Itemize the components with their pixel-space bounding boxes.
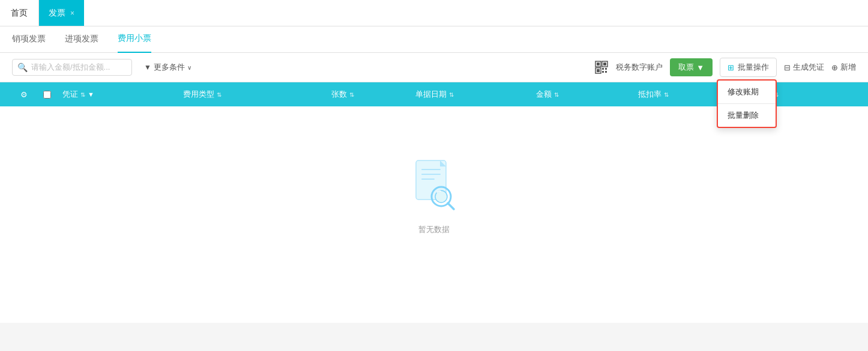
th-date[interactable]: 单据日期 ⇅ <box>411 89 531 100</box>
dropdown-item-batch-delete[interactable]: 批量删除 <box>718 104 776 127</box>
search-box[interactable]: 🔍 请输入金额/抵扣金额... <box>12 59 132 76</box>
add-button[interactable]: ⊕ 新增 <box>831 62 856 73</box>
sub-nav-item-sales-invoice[interactable]: 销项发票 <box>12 26 46 53</box>
svg-rect-5 <box>597 69 600 72</box>
home-label: 首页 <box>11 8 28 19</box>
sort-icon-deduct-rate: ⇅ <box>664 91 669 98</box>
toolbar-right: 税务数字账户 取票 ▼ ⊞ 批量操作 修改账期 批量删除 <box>594 58 856 77</box>
generate-voucher-icon: ⊟ <box>784 63 791 72</box>
dropdown-item-change-period[interactable]: 修改账期 <box>718 81 776 103</box>
chevron-down-icon: ∨ <box>187 64 191 71</box>
sort-icon-date: ⇅ <box>449 91 454 98</box>
svg-rect-7 <box>605 68 607 70</box>
sub-nav: 销项发票 进项发票 费用小票 <box>0 26 868 53</box>
search-icon: 🔍 <box>17 63 28 72</box>
batch-op-button[interactable]: ⊞ 批量操作 <box>720 58 777 77</box>
search-placeholder: 请输入金额/抵扣金额... <box>31 62 110 73</box>
svg-rect-9 <box>605 71 607 73</box>
get-ticket-label: 取票 <box>678 62 694 73</box>
empty-state: 暂无数据 <box>0 106 868 259</box>
svg-line-16 <box>448 203 454 209</box>
chevron-down-icon: ▼ <box>696 63 704 72</box>
generate-voucher-label: 生成凭证 <box>793 62 824 73</box>
sort-icon-count: ⇅ <box>349 91 354 98</box>
filter-button[interactable]: ▼ 更多条件 ∨ <box>139 60 196 75</box>
toolbar: 🔍 请输入金额/抵扣金额... ▼ 更多条件 ∨ <box>0 53 868 82</box>
qr-icon <box>594 60 609 75</box>
top-nav: 首页 发票 × <box>0 0 868 26</box>
invoice-tab[interactable]: 发票 × <box>39 0 84 26</box>
tax-digital-button[interactable]: 税务数字账户 <box>616 62 663 73</box>
add-label: 新增 <box>840 62 856 73</box>
sort-icon-amount: ⇅ <box>554 91 559 98</box>
svg-rect-3 <box>603 63 606 66</box>
empty-text: 暂无数据 <box>418 224 450 235</box>
batch-op-dropdown: 修改账期 批量删除 <box>717 79 777 128</box>
sort-icon-voucher: ⇅ <box>80 91 85 98</box>
qr-code-button[interactable] <box>594 60 609 75</box>
get-ticket-button[interactable]: 取票 ▼ <box>670 58 713 76</box>
close-icon[interactable]: × <box>70 9 74 17</box>
invoice-tab-label: 发票 <box>49 8 65 19</box>
th-voucher[interactable]: 凭证 ⇅ ▼ <box>58 89 178 100</box>
sort-icon-expense-type: ⇅ <box>217 91 222 98</box>
svg-rect-1 <box>597 63 600 66</box>
generate-voucher-button[interactable]: ⊟ 生成凭证 <box>784 62 824 73</box>
svg-rect-8 <box>602 71 604 73</box>
sub-nav-item-purchase-invoice[interactable]: 进项发票 <box>65 26 98 53</box>
filter-icon: ▼ <box>144 63 151 72</box>
sub-nav-item-expense-receipt[interactable]: 费用小票 <box>118 26 151 53</box>
filter-label: 更多条件 <box>154 62 185 73</box>
batch-icon: ⊞ <box>728 63 734 72</box>
empty-illustration <box>404 154 464 215</box>
th-settings[interactable]: ⚙ <box>12 90 36 99</box>
th-expense-type[interactable]: 费用类型 ⇅ <box>178 89 327 100</box>
batch-op-label: 批量操作 <box>738 62 769 73</box>
batch-op-container: ⊞ 批量操作 修改账期 批量删除 <box>720 58 777 77</box>
select-all-checkbox[interactable] <box>43 91 51 99</box>
filter-icon-voucher: ▼ <box>88 91 94 98</box>
tax-digital-label: 税务数字账户 <box>616 63 663 72</box>
th-checkbox[interactable] <box>36 91 58 99</box>
svg-rect-6 <box>602 68 604 70</box>
settings-icon: ⚙ <box>20 90 28 99</box>
th-count[interactable]: 张数 ⇅ <box>327 89 410 100</box>
home-tab[interactable]: 首页 <box>0 0 39 26</box>
th-amount[interactable]: 金额 ⇅ <box>531 89 633 100</box>
add-icon: ⊕ <box>831 63 838 72</box>
